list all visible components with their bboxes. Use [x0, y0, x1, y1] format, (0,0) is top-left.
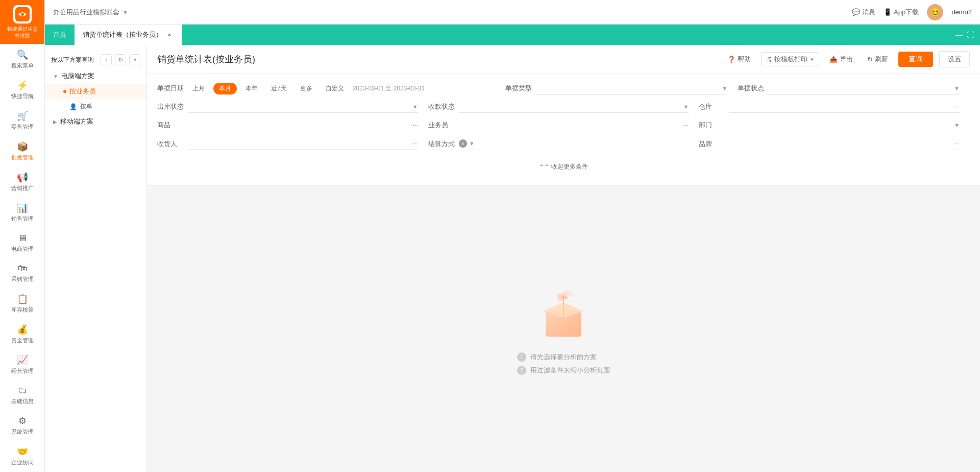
- salesperson-control[interactable]: ···: [459, 119, 689, 131]
- recipient-input[interactable]: [188, 140, 413, 148]
- filter-row-2: 出库状态 ▼ 收款状态 ▼ 仓库: [157, 101, 970, 113]
- quick-nav-icon: ⚡: [17, 80, 28, 91]
- logo-subtitle: 标准版: [15, 32, 30, 39]
- recipient-control[interactable]: ···: [188, 138, 418, 150]
- collapse-button[interactable]: ⌃⌃ 收起更多条件: [533, 160, 594, 173]
- topbar: 办公用品行业模拟账套 ▼ 💬 消息 📱 App下载 😊 demo2: [45, 0, 980, 25]
- panel-add-btn[interactable]: +: [101, 54, 112, 65]
- sidebar-item-finance[interactable]: 💰 资金管理: [0, 319, 44, 349]
- date-btn-more[interactable]: 更多: [296, 83, 317, 95]
- setting-button[interactable]: 设置: [939, 51, 970, 67]
- page-title: 销货单统计表(按业务员): [157, 53, 255, 65]
- sidebar-item-marketing[interactable]: 📢 营销推广: [0, 167, 44, 197]
- date-btn-this-month[interactable]: 本月: [213, 83, 237, 95]
- stock-status-control[interactable]: ▼: [188, 101, 418, 113]
- brand-control[interactable]: ···: [729, 138, 960, 150]
- help-label: 帮助: [738, 55, 751, 64]
- filter-row-4: 收货人 ··· 结算方式 × ▼ 品牌: [157, 137, 970, 150]
- sidebar-item-enterprise[interactable]: 🤝 企业协同: [0, 441, 44, 471]
- warehouse-label: 仓库: [699, 102, 729, 111]
- doc-type-control[interactable]: ▼: [536, 82, 727, 95]
- settlement-clear-icon[interactable]: ×: [459, 139, 467, 148]
- topbar-title[interactable]: 办公用品行业模拟账套 ▼: [53, 8, 846, 17]
- filter-settlement: 结算方式 × ▼: [428, 137, 699, 150]
- print-btn[interactable]: 🖨 按模板打印 ▼: [761, 52, 819, 66]
- filter-area: 单据日期 上月 本月 本年 近7天 更多 自定义 2023-03-01 至 20…: [147, 74, 980, 186]
- export-btn[interactable]: 📤 导出: [825, 53, 857, 66]
- tree-arrow-mobile: ▶: [53, 119, 57, 125]
- goods-control[interactable]: ···: [188, 119, 418, 131]
- app-download-btn[interactable]: 📱 App下载: [884, 8, 919, 17]
- tree-sub-by-doc[interactable]: 👤 按单: [45, 99, 146, 114]
- sidebar-item-quick-nav[interactable]: ⚡ 快捷导航: [0, 75, 44, 105]
- help-btn[interactable]: ❓ 帮助: [723, 53, 755, 66]
- department-control[interactable]: ▼: [729, 119, 960, 131]
- salesperson-input[interactable]: [459, 121, 684, 129]
- sidebar-item-retail[interactable]: 🛒 零售管理: [0, 105, 44, 136]
- tree-item-desktop[interactable]: ▼ 电脑端方案: [45, 68, 146, 84]
- logo[interactable]: 畅捷通好生意 标准版: [0, 0, 44, 44]
- user-name[interactable]: demo2: [951, 8, 972, 16]
- sidebar-item-quick-nav-label: 快捷导航: [11, 92, 34, 100]
- department-dropdown-icon[interactable]: ▼: [954, 122, 960, 128]
- date-btn-7days[interactable]: 近7天: [266, 83, 291, 95]
- stock-status-dropdown-icon[interactable]: ▼: [412, 104, 418, 110]
- tree-item-mobile[interactable]: ▶ 移动端方案: [45, 114, 146, 129]
- sidebar-item-base[interactable]: 🗂 基础信息: [0, 380, 44, 410]
- department-input[interactable]: [729, 121, 954, 129]
- tab-close-btn[interactable]: ×: [165, 31, 174, 39]
- tab-sales-stat[interactable]: 销货单统计表（按业务员） ×: [75, 25, 182, 45]
- brand-more-icon[interactable]: ···: [954, 140, 960, 147]
- operation-icon: 📈: [17, 355, 28, 366]
- tab-home[interactable]: 首页: [45, 25, 75, 45]
- doc-type-dropdown-icon[interactable]: ▼: [722, 85, 727, 91]
- sidebar-item-purchase[interactable]: 🛍 采购管理: [0, 258, 44, 288]
- filter-row-3: 商品 ··· 业务员 ··· 部门: [157, 119, 970, 131]
- doc-status-control[interactable]: ▼: [768, 82, 960, 95]
- tree-child-by-salesperson[interactable]: 按业务员: [45, 84, 146, 99]
- query-button[interactable]: 查询: [898, 52, 933, 67]
- filter-recipient: 收货人 ···: [157, 138, 428, 150]
- salesperson-more-icon[interactable]: ···: [683, 122, 689, 129]
- sidebar-item-sales[interactable]: 📊 销售管理: [0, 197, 44, 228]
- sidebar-item-operation[interactable]: 📈 经营管理: [0, 349, 44, 380]
- sidebar-item-inventory[interactable]: 📋 库存核算: [0, 288, 44, 319]
- filter-brand: 品牌 ···: [699, 138, 970, 150]
- empty-line-2: 用过滤条件来缩小分析范围: [530, 366, 610, 375]
- doc-status-input[interactable]: [768, 84, 954, 92]
- date-btn-last-month[interactable]: 上月: [188, 83, 209, 95]
- recipient-more-icon[interactable]: ···: [413, 140, 418, 147]
- sidebar-item-ecommerce[interactable]: 🖥 电商管理: [0, 228, 44, 258]
- brand-input[interactable]: [729, 140, 954, 148]
- refresh-btn[interactable]: ↻ 刷新: [863, 53, 892, 66]
- date-btn-this-year[interactable]: 本年: [241, 83, 262, 95]
- panel-collapse-btn[interactable]: «: [129, 54, 140, 65]
- receipt-status-input[interactable]: [459, 103, 683, 110]
- enterprise-icon: 🤝: [17, 446, 28, 457]
- system-icon: ⚙: [18, 415, 27, 427]
- message-btn[interactable]: 💬 消息: [852, 8, 875, 17]
- settlement-control[interactable]: × ▼: [459, 137, 689, 150]
- stock-status-input[interactable]: [188, 103, 412, 110]
- warehouse-input[interactable]: [729, 103, 954, 110]
- sidebar-item-wholesale[interactable]: 📦 批发管理: [0, 136, 44, 167]
- doc-type-input[interactable]: [536, 84, 722, 92]
- sidebar-item-system[interactable]: ⚙ 系统管理: [0, 410, 44, 441]
- sidebar: 畅捷通好生意 标准版 🔍 搜索菜单 ⚡ 快捷导航 🛒 零售管理 📦 批发管理 📢…: [0, 0, 45, 472]
- tab-minimize-btn[interactable]: —: [955, 31, 963, 39]
- settlement-dropdown-icon[interactable]: ▼: [469, 140, 475, 147]
- panel-refresh-btn[interactable]: ↻: [115, 54, 126, 65]
- sidebar-item-search[interactable]: 🔍 搜索菜单: [0, 44, 44, 75]
- warehouse-more-icon[interactable]: ···: [954, 103, 960, 110]
- warehouse-control[interactable]: ···: [729, 101, 960, 113]
- doc-status-dropdown-icon[interactable]: ▼: [954, 85, 960, 91]
- goods-more-icon[interactable]: ···: [413, 122, 418, 129]
- goods-input[interactable]: [188, 121, 413, 129]
- message-icon: 💬: [852, 8, 860, 16]
- receipt-status-control[interactable]: ▼: [459, 101, 689, 113]
- receipt-status-dropdown-icon[interactable]: ▼: [683, 104, 689, 110]
- brand-label: 品牌: [699, 139, 729, 149]
- avatar[interactable]: 😊: [927, 4, 943, 20]
- tab-expand-btn[interactable]: ⛶: [967, 31, 974, 39]
- date-btn-custom[interactable]: 自定义: [321, 83, 349, 95]
